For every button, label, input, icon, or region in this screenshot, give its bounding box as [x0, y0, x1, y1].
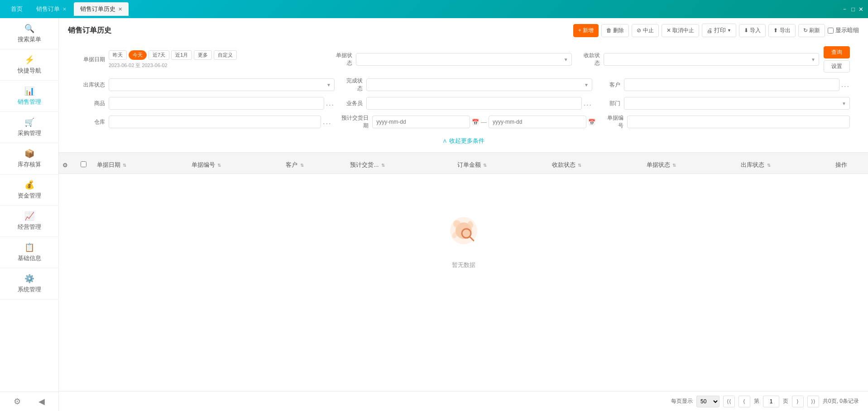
payment-status-select[interactable]: [604, 53, 819, 66]
purchase-mgmt-icon: 🛒: [24, 117, 34, 127]
col-settings[interactable]: ⚙: [59, 156, 77, 174]
col-payment-status-sort[interactable]: ⇅: [578, 163, 581, 168]
tab-sales-order-history[interactable]: 销售订单历史 ✕: [74, 2, 129, 16]
today-btn[interactable]: 今天: [129, 50, 147, 60]
dept-select[interactable]: [624, 97, 850, 110]
sidebar-item-operations-label: 经营管理: [18, 223, 41, 231]
display-cols-checkbox[interactable]: 显示暗细: [828, 26, 859, 34]
cancel-stop-button[interactable]: ✕ 取消中止: [662, 24, 699, 37]
display-cols-input[interactable]: [828, 28, 834, 34]
pagination: 每页显示 50 10 20 100 ⟨⟨ ⟨ 第 页 ⟩ ⟩⟩ 共0页, 0条记…: [59, 391, 868, 411]
query-button[interactable]: 查询: [824, 46, 850, 58]
sidebar-item-inventory[interactable]: 📦 库存核算: [0, 143, 58, 174]
sidebar-item-search-menu-label: 搜索菜单: [18, 35, 41, 44]
col-bill-no: 单据编号 ⇅: [188, 156, 283, 174]
import-button[interactable]: ⬇ 导入: [739, 24, 766, 37]
sidebar-item-sales-mgmt[interactable]: 📊 销售管理: [0, 81, 58, 112]
customer-input[interactable]: [624, 78, 839, 91]
bill-no-label: 单据编号: [595, 114, 627, 130]
empty-state: 暂无数据: [59, 174, 868, 305]
dept-label: 部门: [592, 100, 624, 107]
sidebar-item-purchase-mgmt[interactable]: 🛒 采购管理: [0, 112, 58, 143]
print-button[interactable]: 🖨 打印 ▼: [702, 24, 736, 37]
close-btn[interactable]: ✕: [858, 6, 863, 13]
sidebar-item-finance[interactable]: 💰 资金管理: [0, 174, 58, 206]
col-expected-delivery-sort[interactable]: ⇅: [381, 163, 385, 168]
sidebar-item-sys-mgmt[interactable]: ⚙️ 系统管理: [0, 268, 58, 300]
col-payment-status: 收款状态 ⇅: [548, 156, 643, 174]
warehouse-dots-icon[interactable]: ...: [323, 118, 331, 126]
yesterday-btn[interactable]: 昨天: [109, 50, 127, 60]
col-bill-no-sort[interactable]: ⇅: [217, 163, 221, 168]
delete-button[interactable]: 🗑 删除: [601, 24, 629, 37]
col-payment-status-label: 收款状态: [552, 161, 575, 168]
col-delivery-status-sort[interactable]: ⇅: [767, 163, 771, 168]
last-page-btn[interactable]: ⟩⟩: [807, 396, 819, 407]
stop-button[interactable]: ⊘ 中止: [632, 24, 658, 37]
date-label: 单据日期: [77, 56, 109, 63]
operations-icon: 📈: [24, 211, 34, 221]
next-page-btn[interactable]: ⟩: [792, 396, 804, 407]
last7-btn[interactable]: 近7天: [149, 50, 169, 60]
bill-no-input[interactable]: [627, 116, 850, 128]
sidebar-item-base-info[interactable]: 📋 基础信息: [0, 237, 58, 268]
tab-sales-order[interactable]: 销售订单 ✕: [30, 2, 73, 16]
expected-delivery-to[interactable]: [489, 116, 586, 128]
bill-status-select[interactable]: [356, 53, 571, 66]
goods-dots-icon[interactable]: ...: [326, 99, 335, 107]
last1m-btn[interactable]: 近1月: [171, 50, 192, 60]
per-page-label: 每页显示: [671, 397, 693, 405]
maximize-btn[interactable]: □: [851, 6, 855, 13]
calendar-to-icon[interactable]: 📅: [588, 119, 595, 126]
toolbar: + 新增 🗑 删除 ⊘ 中止 ✕ 取消中止 🖨 打印 ▼ ⬇ 导入 ⬆ 导出 ↻…: [573, 24, 859, 37]
salesperson-input[interactable]: [366, 97, 582, 110]
table-settings-icon[interactable]: ⚙: [62, 162, 68, 169]
sidebar-item-search-menu[interactable]: 🔍 搜索菜单: [0, 18, 58, 49]
dept-select-wrapper: ▼: [624, 97, 850, 110]
sidebar-collapse-icon[interactable]: ◀: [38, 396, 45, 406]
tab-sales-order-close[interactable]: ✕: [62, 6, 67, 12]
custom-btn[interactable]: 自定义: [214, 50, 237, 60]
table-body: 暂无数据: [59, 174, 868, 306]
goods-input[interactable]: [109, 97, 324, 110]
minimize-btn[interactable]: －: [842, 5, 848, 13]
settings-filter-button[interactable]: 设置: [824, 60, 850, 73]
col-order-amount-label: 订单金额: [457, 161, 481, 168]
refresh-button[interactable]: ↻ 刷新: [798, 24, 825, 37]
expected-delivery-from[interactable]: [372, 116, 470, 128]
sidebar-item-quick-nav[interactable]: ⚡ 快捷导航: [0, 49, 58, 81]
col-order-amount-sort[interactable]: ⇅: [483, 163, 487, 168]
content-area: 销售订单历史 + 新增 🗑 删除 ⊘ 中止 ✕ 取消中止 🖨 打印 ▼ ⬇ 导入…: [59, 18, 868, 411]
sidebar: 🔍 搜索菜单 ⚡ 快捷导航 📊 销售管理 🛒 采购管理 📦 库存核算 💰 资金管…: [0, 18, 59, 411]
expected-delivery-label: 预计交货日期: [331, 114, 372, 130]
first-page-btn[interactable]: ⟨⟨: [723, 396, 735, 407]
sidebar-item-sys-mgmt-label: 系统管理: [18, 285, 41, 294]
page-suffix: 页: [783, 397, 788, 405]
date-filter: 昨天 今天 近7天 近1月 更多 自定义 2023-06-02 至 2023-0…: [109, 50, 324, 69]
complete-status-select[interactable]: [366, 78, 592, 91]
salesperson-input-wrapper: ...: [366, 97, 592, 110]
calendar-from-icon[interactable]: 📅: [472, 119, 479, 126]
salesperson-dots-icon[interactable]: ...: [584, 99, 592, 107]
add-button[interactable]: + 新增: [573, 24, 599, 37]
col-bill-status-sort[interactable]: ⇅: [672, 163, 676, 168]
sales-mgmt-icon: 📊: [24, 86, 34, 96]
more-conditions-toggle[interactable]: ∧ 收起更多条件: [77, 134, 850, 148]
select-all-checkbox[interactable]: [81, 161, 86, 167]
warehouse-input[interactable]: [109, 116, 321, 128]
delivery-status-select[interactable]: [109, 78, 335, 91]
customer-dots-icon[interactable]: ...: [841, 81, 850, 89]
col-expected-delivery: 预计交货... ⇅: [346, 156, 454, 174]
col-customer-sort[interactable]: ⇅: [300, 163, 304, 168]
page-input[interactable]: [763, 396, 779, 407]
per-page-select[interactable]: 50 10 20 100: [696, 396, 719, 407]
more-btn[interactable]: 更多: [194, 50, 212, 60]
export-button[interactable]: ⬆ 导出: [768, 24, 795, 37]
tab-home[interactable]: 首页: [5, 2, 29, 16]
prev-page-btn[interactable]: ⟨: [739, 396, 750, 407]
col-bill-date-sort[interactable]: ⇅: [123, 163, 126, 168]
sidebar-item-operations[interactable]: 📈 经营管理: [0, 206, 58, 237]
sidebar-settings-icon[interactable]: ⚙: [14, 396, 21, 406]
col-checkbox[interactable]: [77, 156, 93, 174]
tab-sales-order-history-close[interactable]: ✕: [118, 6, 122, 12]
